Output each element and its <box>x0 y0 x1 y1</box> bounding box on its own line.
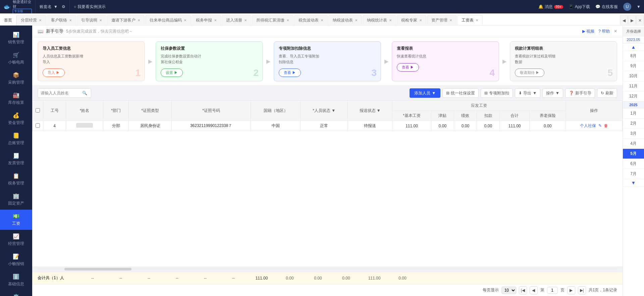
close-icon[interactable]: ✕ <box>286 18 289 22</box>
close-icon[interactable]: ✕ <box>419 18 422 22</box>
sidebar-item-basic[interactable]: ℹ️ 基础信息 <box>0 270 32 290</box>
step-4-btn[interactable]: 查看 ▶ <box>397 63 419 72</box>
avatar[interactable]: U <box>623 3 631 11</box>
month-item-3[interactable]: 3月 <box>623 129 644 139</box>
guide-video-link[interactable]: ▶ 视频 <box>582 29 594 34</box>
personal-social-link[interactable]: 个人社保 <box>580 123 596 128</box>
close-icon[interactable]: ✕ <box>214 18 217 22</box>
tab-item-fenceng[interactable]: 分层经营 ✕ <box>16 15 46 25</box>
close-icon[interactable]: ✕ <box>138 18 140 22</box>
tab-close-all-btn[interactable]: ✕ <box>636 15 644 25</box>
sidebar-item-invoice[interactable]: 🧾 发票管理 <box>0 149 32 169</box>
sidebar-item-tax[interactable]: 📋 税务管理 <box>0 169 32 189</box>
close-icon[interactable]: ✕ <box>449 18 452 22</box>
social-security-setting-btn[interactable]: ⊞ 统一社保设置 <box>442 88 479 98</box>
month-nav-down[interactable]: ▼ <box>623 179 644 187</box>
page-next-btn[interactable]: ▶ <box>567 286 575 294</box>
special-deduction-btn[interactable]: ⊞ 专项附加扣 <box>481 88 513 98</box>
tab-item-税检[interactable]: 税检专家 ✕ <box>397 15 426 25</box>
page-input[interactable] <box>547 287 558 294</box>
month-item-7[interactable]: 7月 <box>623 169 644 179</box>
close-icon[interactable]: ✕ <box>389 18 392 22</box>
tab-item-wanglai[interactable]: 往来单位商品编码 ✕ <box>145 15 191 25</box>
page-first-btn[interactable]: |◀ <box>519 286 527 294</box>
row-checkbox[interactable] <box>36 123 40 128</box>
tab-item-纳税统计[interactable]: 纳税统计表 ✕ <box>363 15 396 25</box>
tab-item-suode[interactable]: 所得税汇算清缴 ✕ <box>252 15 293 25</box>
close-icon[interactable]: ✕ <box>355 18 358 22</box>
close-icon[interactable]: ✕ <box>39 18 42 22</box>
footer-dash-2: -- <box>111 276 131 281</box>
tab-item-yindao[interactable]: 引导说明 ✕ <box>77 15 106 25</box>
demo-link[interactable]: ○ 我要看实例演示 <box>70 4 106 10</box>
search-input[interactable] <box>41 91 81 95</box>
month-nav-up[interactable]: ▲ <box>623 43 644 51</box>
settings-icon[interactable]: ⚙ <box>62 4 65 9</box>
search-icon[interactable]: 🔍 <box>82 91 87 95</box>
step-2-btn[interactable]: 设置 ▶ <box>161 69 183 77</box>
month-item-4[interactable]: 4月 <box>623 139 644 149</box>
sidebar-item-expense[interactable]: 📝 小畅报销 <box>0 250 32 270</box>
tab-prev-btn[interactable]: ◀ <box>620 15 628 25</box>
step-5-btn[interactable]: 敬请期待 ▶ <box>515 69 544 77</box>
finance-icon: 💰 <box>13 112 19 119</box>
tab-item-納税[interactable]: 纳税波动表 ✕ <box>328 15 362 25</box>
tab-item-kehu[interactable]: 客户联络 ✕ <box>47 15 76 25</box>
step-1-btn[interactable]: 导入 ▶ <box>43 69 65 77</box>
per-page-select[interactable]: 10 20 50 <box>501 287 516 294</box>
operation-btn[interactable]: 操作 ▼ <box>542 88 563 98</box>
online-service-btn[interactable]: 💬 在线客服 <box>595 4 618 10</box>
tab-item-yaoqing[interactable]: 邀请下游客户 ✕ <box>107 15 145 25</box>
guide-subtitle: 5步快速完成设置，快去完善信息吧～ <box>66 29 133 34</box>
close-icon[interactable]: ✕ <box>244 18 247 22</box>
sidebar-item-salary[interactable]: 💵 工资 <box>0 210 32 230</box>
month-item-6[interactable]: 6月 <box>623 159 644 169</box>
sidebar-item-sales[interactable]: 📊 销售管理 <box>0 28 32 48</box>
sidebar-item-ledger[interactable]: 📒 总账管理 <box>0 129 32 149</box>
newbie-guide-btn[interactable]: ❓ 新手引导 <box>565 88 595 98</box>
select-all-checkbox[interactable] <box>36 108 40 113</box>
tab-item-jinru[interactable]: 进入清册 ✕ <box>222 15 251 25</box>
guide-help-link[interactable]: ? 帮助 <box>598 29 610 34</box>
page-last-btn[interactable]: ▶| <box>578 286 586 294</box>
message-btn[interactable]: 🔔 消息 99+ <box>538 4 563 10</box>
guide-close-btn[interactable]: ✕ <box>614 29 617 34</box>
account-selector[interactable]: 账套名 ▼ ⚙ <box>36 0 70 13</box>
scrollbar-thumb[interactable] <box>64 268 131 270</box>
tab-item-shuifu[interactable]: 税负波动表 ✕ <box>294 15 328 25</box>
tab-item-资产[interactable]: 资产管理 ✕ <box>427 15 457 25</box>
month-item-11[interactable]: 11月 <box>623 81 644 91</box>
close-icon[interactable]: ✕ <box>69 18 72 22</box>
month-item-1[interactable]: 1月 <box>623 109 644 119</box>
month-item-2[interactable]: 2月 <box>623 119 644 129</box>
month-item-12[interactable]: 12月 <box>623 91 644 101</box>
sidebar-item-purchase[interactable]: 📦 采购管理 <box>0 69 32 89</box>
app-download-btn[interactable]: 📱 App下载 <box>569 4 590 10</box>
sidebar-item-ecommerce[interactable]: 🛒 小畅电商 <box>0 48 32 69</box>
month-item-10[interactable]: 10月 <box>623 71 644 81</box>
step-3-btn[interactable]: 查看 ▶ <box>279 69 301 77</box>
delete-icon[interactable]: 🗑 <box>604 123 608 128</box>
close-icon[interactable]: ✕ <box>184 18 186 22</box>
close-icon[interactable]: ✕ <box>476 18 478 22</box>
sidebar-item-finance[interactable]: 💰 资金管理 <box>0 109 32 129</box>
horizontal-scrollbar[interactable] <box>38 268 617 270</box>
tab-item-gongzi[interactable]: 工资表 ✕ <box>457 15 483 25</box>
tab-item-shuiwu[interactable]: 税务申报 ✕ <box>192 15 221 25</box>
edit-icon[interactable]: ✎ <box>598 123 602 128</box>
close-icon[interactable]: ✕ <box>99 18 102 22</box>
sidebar-item-assets[interactable]: 🏢 固定资产 <box>0 189 32 210</box>
add-person-btn[interactable]: 添加人员 ▼ <box>410 88 440 98</box>
month-item-5-active[interactable]: 5月 <box>623 149 644 159</box>
export-btn[interactable]: ⬇ 导出 ▼ <box>515 88 540 98</box>
tab-next-btn[interactable]: ▶ <box>628 15 636 25</box>
month-item-8[interactable]: 8月 <box>623 51 644 61</box>
refresh-btn[interactable]: ↻ 刷新 <box>597 88 617 98</box>
sidebar-item-system[interactable]: ⚙️ 系统管理 <box>0 290 32 296</box>
page-prev-btn[interactable]: ◀ <box>530 286 538 294</box>
sidebar-item-inventory[interactable]: 🏭 库存核算 <box>0 89 32 109</box>
tab-home[interactable]: 首页 <box>0 15 16 25</box>
month-item-9[interactable]: 9月 <box>623 61 644 71</box>
sidebar-item-mgmt[interactable]: 📈 经营管理 <box>0 230 32 250</box>
close-icon[interactable]: ✕ <box>321 18 323 22</box>
